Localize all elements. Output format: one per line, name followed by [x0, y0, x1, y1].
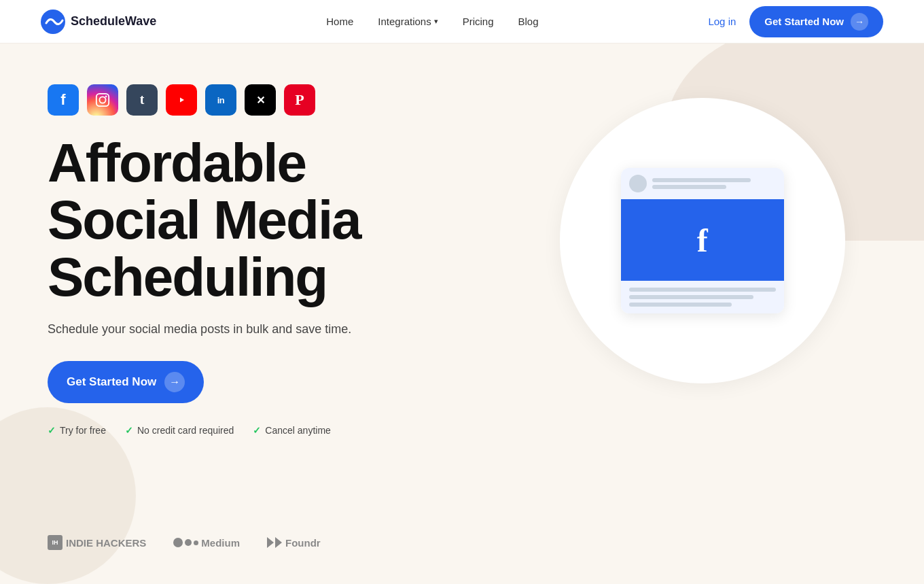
nav-actions: Log in Get Started Now →	[708, 6, 883, 37]
instagram-icon[interactable]	[87, 84, 118, 116]
nav-blog[interactable]: Blog	[518, 16, 539, 27]
hero-section: f t in ✕ P Affordable Social	[0, 44, 924, 584]
chevron-down-icon: ▾	[434, 17, 438, 26]
hero-illustration: f	[529, 98, 876, 383]
pinterest-icon[interactable]: P	[284, 84, 315, 116]
hero-subtext: Schedule your social media posts in bulk…	[48, 322, 503, 337]
card-image-area: f	[621, 199, 784, 281]
card-header-lines	[652, 178, 776, 189]
hero-headline: Affordable Social Media Scheduling	[48, 135, 503, 306]
header-line-2	[652, 185, 726, 189]
logo-icon	[41, 10, 65, 34]
header-line-1	[652, 178, 751, 182]
medium-dot-3	[194, 540, 198, 545]
svg-point-3	[105, 96, 107, 98]
nav-cta-button[interactable]: Get Started Now →	[749, 6, 883, 37]
svg-point-2	[99, 97, 105, 103]
nav-integrations[interactable]: Integrations ▾	[378, 16, 438, 27]
medium-dot-1	[173, 538, 183, 547]
hero-cta-button[interactable]: Get Started Now →	[48, 361, 204, 403]
indie-hackers-logo: IH INDIE HACKERS	[48, 535, 146, 550]
x-icon[interactable]: ✕	[245, 84, 276, 116]
check-icon: ✓	[253, 425, 261, 436]
foundr-logo: Foundr	[267, 537, 321, 549]
trust-badge-no-cc: ✓ No credit card required	[125, 425, 234, 436]
card-avatar	[629, 175, 647, 192]
trust-badge-free: ✓ Try for free	[48, 425, 106, 436]
nav-home[interactable]: Home	[326, 16, 353, 27]
facebook-post-card: f	[621, 168, 784, 313]
svg-rect-1	[96, 94, 109, 106]
card-footer	[621, 281, 784, 313]
foundr-chev-1	[267, 537, 274, 548]
medium-dots-icon	[173, 538, 198, 547]
medium-logo: Medium	[173, 537, 240, 549]
card-header	[621, 168, 784, 199]
press-logos: IH INDIE HACKERS Medium Foundr	[48, 535, 321, 550]
logo-link[interactable]: ScheduleWave	[41, 10, 156, 34]
medium-label: Medium	[201, 537, 240, 549]
facebook-icon[interactable]: f	[48, 84, 79, 116]
tumblr-icon[interactable]: t	[126, 84, 158, 116]
login-link[interactable]: Log in	[708, 16, 736, 27]
linkedin-icon[interactable]: in	[205, 84, 236, 116]
facebook-f-logo: f	[697, 222, 708, 259]
hero-left: f t in ✕ P Affordable Social	[48, 84, 503, 436]
hero-arrow-icon: →	[164, 372, 185, 392]
nav-pricing[interactable]: Pricing	[463, 16, 494, 27]
footer-line-3	[629, 303, 732, 307]
trust-badges: ✓ Try for free ✓ No credit card required…	[48, 425, 503, 436]
youtube-icon[interactable]	[166, 84, 197, 116]
footer-line-2	[629, 295, 754, 299]
check-icon: ✓	[125, 425, 133, 436]
medium-dot-2	[185, 539, 192, 546]
ih-label: INDIE HACKERS	[66, 537, 146, 549]
foundr-label: Foundr	[285, 537, 321, 549]
social-icons-row: f t in ✕ P	[48, 84, 503, 116]
navbar: ScheduleWave Home Integrations ▾ Pricing…	[0, 0, 924, 44]
foundr-chev-2	[275, 537, 282, 548]
arrow-circle-icon: →	[851, 13, 868, 31]
check-icon: ✓	[48, 425, 56, 436]
foundr-chevrons-icon	[267, 537, 282, 548]
ih-box-icon: IH	[48, 535, 63, 550]
trust-badge-cancel: ✓ Cancel anytime	[253, 425, 331, 436]
logo-text: ScheduleWave	[71, 14, 156, 29]
illustration-circle: f	[560, 98, 845, 383]
footer-line-1	[629, 288, 776, 292]
nav-links: Home Integrations ▾ Pricing Blog	[326, 16, 538, 28]
